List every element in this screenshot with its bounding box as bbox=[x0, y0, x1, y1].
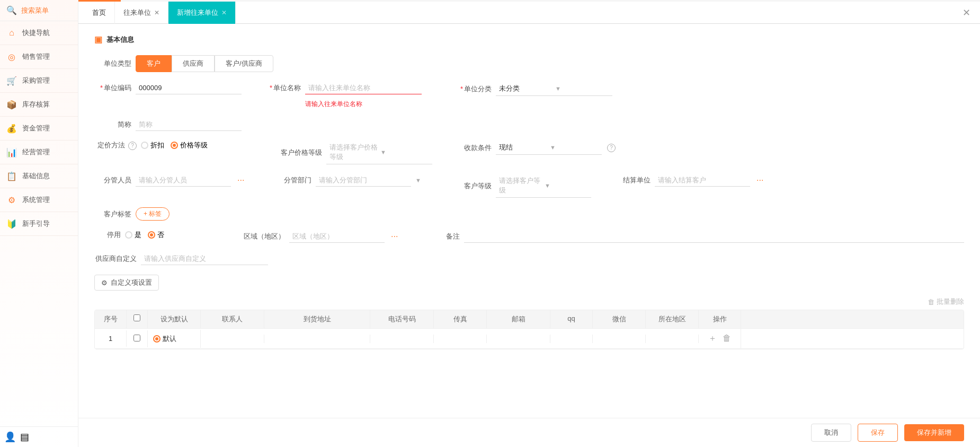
bottom-action-bar: 取消 保存 保存并新增 bbox=[78, 418, 980, 447]
tab-contacts-close[interactable]: ✕ bbox=[154, 9, 159, 16]
finance-icon: 💰 bbox=[6, 123, 17, 134]
settlement-group: 结算单位 ··· bbox=[613, 174, 964, 187]
sidebar-item-system[interactable]: ⚙ 系统管理 bbox=[0, 188, 78, 212]
customer-level-label: 客户等级 bbox=[455, 181, 492, 191]
remarks-input[interactable] bbox=[464, 230, 964, 243]
department-input[interactable] bbox=[316, 174, 411, 187]
sidebar-item-purchase[interactable]: 🛒 采购管理 bbox=[0, 69, 78, 93]
td-fax bbox=[434, 335, 487, 343]
tab-home[interactable]: 首页 bbox=[84, 2, 115, 24]
sidebar: 🔍 搜索菜单 ⌂ 快捷导航 ◎ 销售管理 🛒 采购管理 📦 库存核算 💰 资金管… bbox=[0, 0, 78, 447]
unit-category-select[interactable]: 未分类 ▼ bbox=[496, 82, 612, 96]
cancel-button[interactable]: 取消 bbox=[811, 424, 851, 442]
unit-name-input[interactable] bbox=[305, 82, 422, 94]
td-check[interactable] bbox=[127, 330, 148, 347]
unit-name-label: *单位名称 bbox=[264, 83, 301, 93]
discount-label: 折扣 bbox=[150, 141, 164, 150]
disabled-no[interactable]: 否 bbox=[148, 230, 164, 240]
default-radio bbox=[153, 335, 161, 343]
abbr-input[interactable] bbox=[136, 118, 242, 131]
manager-group: 分管人员 ··· bbox=[94, 174, 274, 187]
customer-level-select[interactable]: 请选择客户等级 ▼ bbox=[496, 174, 591, 198]
header-checkbox[interactable] bbox=[133, 314, 140, 321]
tab-new-contact-close[interactable]: ✕ bbox=[221, 9, 227, 16]
sidebar-item-label: 经营管理 bbox=[22, 147, 50, 157]
settlement-input[interactable] bbox=[655, 174, 750, 187]
pricing-help-icon[interactable]: ? bbox=[128, 142, 137, 150]
region-input[interactable] bbox=[289, 230, 385, 243]
price-level-label: 价格等级 bbox=[180, 141, 208, 150]
discount-radio bbox=[141, 142, 148, 149]
tab-contacts[interactable]: 往来单位 ✕ bbox=[115, 2, 168, 24]
disabled-no-label: 否 bbox=[157, 230, 164, 240]
delete-row-btn[interactable]: 🗑 bbox=[720, 334, 733, 343]
form-row-supplier-custom: 供应商自定义 bbox=[94, 252, 964, 265]
batch-delete-button[interactable]: 🗑 批量删除 bbox=[94, 297, 964, 306]
unit-btn-customer[interactable]: 客户 bbox=[136, 55, 172, 72]
form-row-abbr: 简称 bbox=[94, 118, 964, 131]
sidebar-item-sales[interactable]: ◎ 销售管理 bbox=[0, 45, 78, 69]
manager-more-btn[interactable]: ··· bbox=[235, 176, 246, 185]
abbr-label: 简称 bbox=[94, 120, 131, 129]
region-more-btn[interactable]: ··· bbox=[389, 232, 400, 241]
unit-code-label: *单位编码 bbox=[94, 83, 131, 93]
sidebar-item-inventory[interactable]: 📦 库存核算 bbox=[0, 93, 78, 117]
sidebar-footer: 👤 ▤ bbox=[0, 426, 78, 447]
unit-btn-supplier[interactable]: 供应商 bbox=[172, 55, 215, 72]
save-button[interactable]: 保存 bbox=[858, 424, 898, 442]
customer-price-level-select[interactable]: 请选择客户价格等级 ▼ bbox=[326, 141, 432, 164]
add-row-btn[interactable]: ＋ bbox=[706, 334, 719, 343]
td-wechat bbox=[593, 335, 646, 343]
default-label: 默认 bbox=[163, 334, 176, 344]
pricing-radio-discount[interactable]: 折扣 bbox=[141, 141, 164, 150]
sidebar-item-finance[interactable]: 💰 资金管理 bbox=[0, 117, 78, 141]
payment-terms-group: 收款条件 现结 ▼ ? bbox=[455, 141, 645, 155]
sidebar-item-label: 新手引导 bbox=[22, 219, 50, 229]
row-checkbox[interactable] bbox=[133, 335, 140, 341]
pricing-group: 定价方法 ? 折扣 价格等级 bbox=[94, 141, 274, 150]
sidebar-item-operations[interactable]: 📊 经营管理 bbox=[0, 141, 78, 164]
search-menu[interactable]: 🔍 搜索菜单 bbox=[0, 0, 78, 21]
supplier-custom-input[interactable] bbox=[141, 252, 268, 265]
th-qq: qq bbox=[550, 310, 593, 328]
tab-new-contact[interactable]: 新增往来单位 ✕ bbox=[168, 2, 236, 24]
sidebar-item-basic-info[interactable]: 📋 基础信息 bbox=[0, 164, 78, 188]
inventory-icon: 📦 bbox=[6, 99, 17, 110]
th-seq: 序号 bbox=[95, 310, 127, 328]
payment-terms-select[interactable]: 现结 ▼ bbox=[496, 141, 602, 155]
pricing-label: 定价方法 ? bbox=[94, 141, 137, 150]
payment-help-icon[interactable]: ? bbox=[607, 144, 616, 152]
td-default[interactable]: 默认 bbox=[148, 330, 201, 348]
region-group: 区域（地区） ··· bbox=[243, 230, 433, 243]
settlement-more-btn[interactable]: ··· bbox=[754, 176, 765, 185]
sidebar-bar-icon[interactable]: ▤ bbox=[20, 431, 29, 443]
tab-bar: 首页 往来单位 ✕ 新增往来单位 ✕ ✕ bbox=[78, 2, 980, 24]
disabled-yes-label: 是 bbox=[135, 230, 141, 240]
default-radio-item[interactable]: 默认 bbox=[153, 334, 195, 344]
supplier-custom-group: 供应商自定义 bbox=[94, 252, 306, 265]
abbr-group: 简称 bbox=[94, 118, 264, 131]
custom-settings-button[interactable]: ⚙ 自定义项设置 bbox=[94, 275, 159, 291]
manager-input[interactable] bbox=[136, 174, 231, 187]
sidebar-item-quick-nav[interactable]: ⌂ 快捷导航 bbox=[0, 21, 78, 45]
chevron-down-icon: ▼ bbox=[555, 85, 609, 92]
price-level-chevron-icon: ▼ bbox=[380, 149, 429, 155]
disabled-yes[interactable]: 是 bbox=[125, 230, 141, 240]
unit-code-input[interactable] bbox=[136, 82, 242, 94]
delete-icon: 🗑 bbox=[928, 298, 934, 306]
add-tag-button[interactable]: + 标签 bbox=[136, 207, 170, 221]
quick-nav-icon: ⌂ bbox=[6, 28, 17, 38]
save-add-button[interactable]: 保存并新增 bbox=[904, 424, 964, 441]
sidebar-user-icon[interactable]: 👤 bbox=[4, 431, 16, 443]
window-close-button[interactable]: ✕ bbox=[958, 7, 975, 19]
th-check[interactable] bbox=[127, 310, 148, 328]
contacts-table: 序号 设为默认 联系人 到货地址 电话号码 传真 邮箱 qq 微信 所在地区 操… bbox=[94, 310, 964, 349]
section-basic-info: ▣ 基本信息 bbox=[94, 34, 964, 45]
unit-btn-both[interactable]: 客户/供应商 bbox=[215, 55, 273, 72]
main-area: 首页 往来单位 ✕ 新增往来单位 ✕ ✕ ▣ 基本信息 单位类型 客户 供应商 … bbox=[78, 0, 980, 447]
td-email bbox=[487, 335, 550, 343]
sidebar-item-label: 基础信息 bbox=[22, 171, 50, 181]
system-icon: ⚙ bbox=[6, 195, 17, 205]
pricing-radio-price-level[interactable]: 价格等级 bbox=[171, 141, 208, 150]
sidebar-item-beginner[interactable]: 🔰 新手引导 bbox=[0, 212, 78, 236]
